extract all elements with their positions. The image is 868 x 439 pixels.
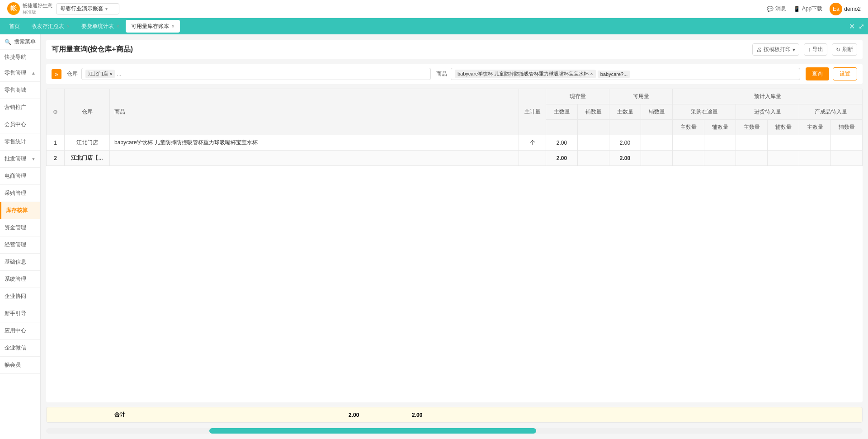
sidebar-item-ecommerce[interactable]: 电商管理 <box>0 168 40 185</box>
refresh-icon: ↻ <box>836 47 840 53</box>
cell-stock-aux-2 <box>578 151 609 166</box>
sidebar-item-basic-info[interactable]: 基础信息 <box>0 254 40 271</box>
store-selector[interactable]: 母婴行业演示账套 ▾ <box>56 3 119 14</box>
sidebar-item-marketing[interactable]: 营销推广 <box>0 99 40 116</box>
export-button[interactable]: ↑ 导出 <box>804 43 827 56</box>
settings-icon[interactable]: ⚙ <box>53 109 58 115</box>
sidebar-label: 零售统计 <box>5 138 26 146</box>
content-area: 可用量查询(按仓库+商品) 🖨 按模板打印 ▾ ↑ 导出 ↻ 刷新 <box>41 34 868 439</box>
th-stock-main: 主数量 <box>546 104 578 120</box>
tab-order-stats[interactable]: 要货单统计表 × <box>76 20 125 33</box>
sidebar-item-enterprise-wechat[interactable]: 企业微信 <box>0 340 40 357</box>
sidebar-label: 应用中心 <box>5 327 26 335</box>
sidebar-item-operations[interactable]: 经营管理 <box>0 236 40 254</box>
cell-product-main <box>799 135 831 151</box>
top-bar-right: 💬 消息 📱 App下载 Ea demo2 <box>767 3 861 15</box>
footer-avail-main: 2.00 <box>401 412 433 418</box>
filter-group-product: 商品 babycare学饮杯 儿童防摔防撞吸管杯重力球吸嘴杯宝宝水杯 × bab… <box>436 68 800 80</box>
tab-close-icon[interactable]: × <box>117 24 119 29</box>
product-tag-text-2: babycare?... <box>600 71 628 77</box>
close-window-icon[interactable]: ✕ <box>849 22 855 31</box>
product-tag-1[interactable]: babycare学饮杯 儿童防摔防撞吸管杯重力球吸嘴杯宝宝水杯 × <box>455 70 596 78</box>
ellipsis-icon: ... <box>117 71 121 77</box>
sidebar-label: 系统管理 <box>5 275 26 283</box>
sidebar-label: 电商管理 <box>5 172 26 180</box>
th-settings[interactable]: ⚙ <box>47 89 65 135</box>
sidebar-item-member-service[interactable]: 畅会员 <box>0 357 40 374</box>
th-main-unit: 主计量 <box>519 89 546 135</box>
app-download-button[interactable]: 📱 App下载 <box>793 5 822 13</box>
warehouse-filter-input[interactable]: 江北门店 × ... <box>81 68 431 80</box>
cell-avail-aux-2 <box>641 151 673 166</box>
table-row-subtotal: 2 江北门店【... 2.00 2.00 <box>47 151 863 166</box>
cell-purchase-main-2 <box>673 151 704 166</box>
search-icon: 🔍 <box>5 39 11 45</box>
sidebar-item-inventory[interactable]: 库存核算 <box>0 202 40 219</box>
sidebar-item-purchase[interactable]: 采购管理 <box>0 185 40 202</box>
tab-available-stock[interactable]: 可用量库存账本 × <box>126 20 180 33</box>
cell-inbound-main <box>736 135 768 151</box>
sidebar-item-onboarding[interactable]: 新手引导 <box>0 305 40 322</box>
cell-product: babycare学饮杯 儿童防摔防撞吸管杯重力球吸嘴杯宝宝水杯 <box>110 135 519 151</box>
query-button[interactable]: 查询 <box>806 67 829 80</box>
cell-warehouse: 江北门店 <box>65 135 110 151</box>
sidebar-item-member-center[interactable]: 会员中心 <box>0 116 40 133</box>
th-avail-aux: 辅数量 <box>641 104 673 120</box>
th-product-main: 主数量 <box>799 120 831 135</box>
sidebar-label: 新手引导 <box>5 310 26 317</box>
tab-receivable-summary[interactable]: 收发存汇总表 × <box>26 20 75 33</box>
th-avail-main: 主数量 <box>609 104 641 120</box>
th-purchase-transit: 采购在途量 <box>673 104 736 120</box>
home-tab-label: 首页 <box>9 23 20 30</box>
refresh-button[interactable]: ↻ 刷新 <box>832 43 857 56</box>
sidebar-item-enterprise-collab[interactable]: 企业协同 <box>0 288 40 305</box>
cell-product-aux <box>831 135 863 151</box>
cell-unit-2 <box>519 151 546 166</box>
sidebar-item-system[interactable]: 系统管理 <box>0 271 40 288</box>
tab-close-icon[interactable]: × <box>172 24 175 29</box>
chevron-up-icon: ▲ <box>31 71 36 76</box>
filter-toggle-button[interactable]: » <box>52 69 61 79</box>
warehouse-filter-label: 仓库 <box>67 70 78 78</box>
product-tag-2[interactable]: babycare?... <box>598 71 631 78</box>
print-icon: 🖨 <box>756 47 762 53</box>
maximize-icon[interactable]: ⤢ <box>859 22 864 31</box>
print-button[interactable]: 🖨 按模板打印 ▾ <box>752 43 799 56</box>
refresh-label: 刷新 <box>842 46 853 53</box>
top-bar: 帐 畅捷通好生意 标准版 母婴行业演示账套 ▾ 💬 消息 📱 App下载 Ea … <box>0 0 868 18</box>
tab-close-icon[interactable]: × <box>67 24 70 29</box>
app-subtitle: 标准版 <box>23 9 52 15</box>
scrollbar-thumb <box>209 428 536 434</box>
sidebar-item-app-center[interactable]: 应用中心 <box>0 322 40 340</box>
warehouse-tag[interactable]: 江北门店 × <box>85 70 115 78</box>
sidebar-label: 会员中心 <box>5 121 26 128</box>
sidebar-item-finance[interactable]: 资金管理 <box>0 219 40 236</box>
search-menu-item[interactable]: 🔍 搜索菜单 <box>0 34 40 50</box>
product-filter-input[interactable]: babycare学饮杯 儿童防摔防撞吸管杯重力球吸嘴杯宝宝水杯 × babyca… <box>451 68 800 80</box>
tab-home[interactable]: 首页 <box>4 20 25 33</box>
horizontal-scrollbar[interactable] <box>46 428 863 434</box>
sidebar-label: 经营管理 <box>5 241 26 249</box>
product-tag-text-1: babycare学饮杯 儿童防摔防撞吸管杯重力球吸嘴杯宝宝水杯 × <box>458 71 593 77</box>
username-label: demo2 <box>844 6 861 12</box>
user-profile[interactable]: Ea demo2 <box>830 3 861 15</box>
sidebar-item-retail-management[interactable]: 零售管理 ▲ <box>0 65 40 82</box>
th-current-stock: 现存量 <box>546 89 609 104</box>
cell-stock-aux <box>578 135 609 151</box>
sidebar-item-wholesale-management[interactable]: 批发管理 ▼ <box>0 151 40 168</box>
th-product-aux: 辅数量 <box>831 120 863 135</box>
filter-section: » 仓库 江北门店 × ... 商品 babycare学饮杯 儿 <box>46 64 863 84</box>
logo-icon: 帐 <box>7 2 20 15</box>
nav-tabs: 首页 收发存汇总表 × 要货单统计表 × 可用量库存账本 × ✕ ⤢ <box>0 18 868 34</box>
sidebar-item-retail-mall[interactable]: 零售商城 <box>0 82 40 99</box>
th-inbound-aux: 辅数量 <box>768 120 799 135</box>
th-cur-main-q <box>546 120 578 135</box>
search-menu-label: 搜索菜单 <box>14 38 36 46</box>
sidebar-item-retail-stats[interactable]: 零售统计 <box>0 133 40 151</box>
message-button[interactable]: 💬 消息 <box>767 5 786 13</box>
export-label: 导出 <box>812 46 823 53</box>
settings-button[interactable]: 设置 <box>833 67 857 80</box>
filter-actions: 查询 设置 <box>806 67 857 80</box>
quick-nav-item[interactable]: 快捷导航 <box>0 50 40 65</box>
cell-no-2: 2 <box>47 151 65 166</box>
